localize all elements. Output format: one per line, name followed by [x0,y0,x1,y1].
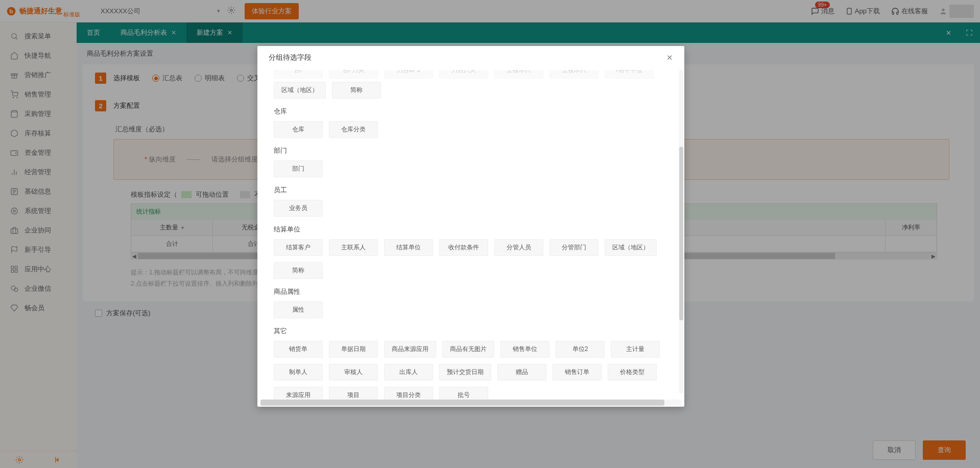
field-tag[interactable]: 价格类型 [608,364,657,381]
field-tag[interactable]: 批号 [439,387,488,400]
group-title: 仓库 [274,107,680,116]
modal-body: 台/ 台/ 刀头 刀台即 J 刀台八火 土牧术八 土牧术八 /明平平位 区域（地… [257,70,684,400]
modal-close-icon[interactable]: ✕ [666,53,673,62]
tag-row: 结算客户主联系人结算单位收付款条件分管人员分管部门区域（地区）简称 [274,239,680,279]
field-tag[interactable]: 分管部门 [549,239,599,256]
field-tag[interactable]: 结算客户 [274,239,323,256]
tag-row: 仓库仓库分类 [274,121,680,138]
field-tag[interactable]: 来源应用 [274,387,323,400]
field-tag[interactable]: 台/ [274,70,323,79]
field-tag[interactable]: 商品来源应用 [384,341,436,358]
tag-row: 业务员 [274,200,680,217]
field-tag[interactable]: 出库人 [384,364,433,381]
field-tag[interactable]: 销售单位 [500,341,549,358]
field-tag[interactable]: 土牧术八 [494,70,543,79]
field-tag[interactable]: 仓库分类 [329,121,378,138]
tag-row: 销货单单据日期商品来源应用商品有无图片销售单位单位2主计量制单人审核人出库人预计… [274,341,680,400]
group-title: 部门 [274,146,680,155]
field-tag[interactable]: /明平平位 [605,70,654,79]
field-tag[interactable]: 业务员 [274,200,323,217]
field-tag[interactable]: 属性 [274,301,323,318]
field-tag[interactable]: 赠品 [497,364,546,381]
field-tag[interactable]: 简称 [332,82,381,99]
tag-row: 属性 [274,301,680,318]
top-row-2: 区域（地区） 简称 [274,82,680,99]
field-tag[interactable]: 审核人 [329,364,378,381]
field-tag[interactable]: 土牧术八 [549,70,599,79]
field-tag[interactable]: 项目分类 [384,387,433,400]
field-tag[interactable]: 主联系人 [329,239,378,256]
field-tag[interactable]: 刀台即 J [384,70,433,79]
group-title: 商品属性 [274,287,680,296]
field-tag[interactable]: 区域（地区） [274,82,326,99]
field-tag[interactable]: 商品有无图片 [442,341,494,358]
field-tag[interactable]: 部门 [274,160,323,177]
modal-hscroll[interactable] [260,400,681,406]
field-tag[interactable]: 销售订单 [553,364,602,381]
field-picker-modal: 分组待选字段 ✕ 台/ 台/ 刀头 刀台即 J 刀台八火 土牧术八 土牧术八 /… [257,46,684,407]
field-tag[interactable]: 单位2 [556,341,605,358]
modal-header: 分组待选字段 ✕ [257,46,684,70]
field-tag[interactable]: 销货单 [274,341,323,358]
tag-row: 部门 [274,160,680,177]
field-tag[interactable]: 收付款条件 [439,239,488,256]
partial-top-row: 台/ 台/ 刀头 刀台即 J 刀台八火 土牧术八 土牧术八 /明平平位 [274,70,680,79]
field-tag[interactable]: 刀台八火 [439,70,488,79]
modal-vscroll[interactable] [679,70,683,393]
field-tag[interactable]: 台/ 刀头 [329,70,378,79]
field-tag[interactable]: 项目 [329,387,378,400]
field-tag[interactable]: 仓库 [274,121,323,138]
field-tag[interactable]: 单据日期 [329,341,378,358]
field-tag[interactable]: 区域（地区） [605,239,657,256]
field-tag[interactable]: 简称 [274,262,323,279]
field-tag[interactable]: 主计量 [611,341,660,358]
group-title: 结算单位 [274,225,680,234]
field-tag[interactable]: 预计交货日期 [439,364,491,381]
modal-title: 分组待选字段 [269,53,312,62]
group-title: 其它 [274,326,680,336]
group-title: 员工 [274,185,680,195]
field-tag[interactable]: 结算单位 [384,239,433,256]
field-tag[interactable]: 分管人员 [494,239,543,256]
field-tag[interactable]: 制单人 [274,364,323,381]
